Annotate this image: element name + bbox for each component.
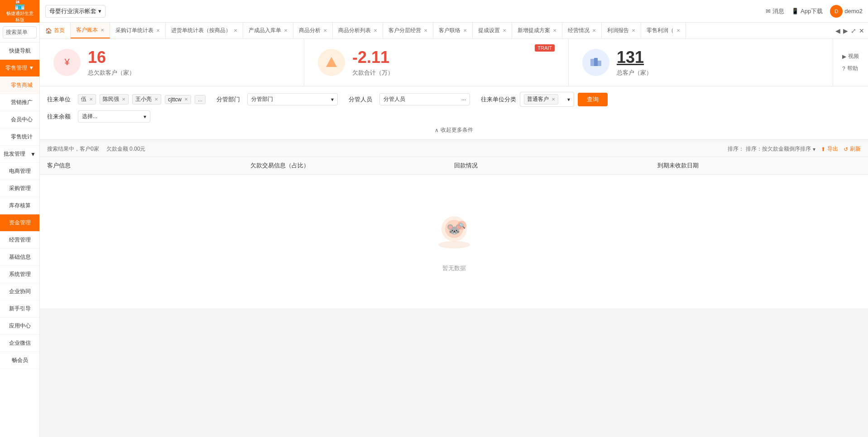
app-download-button[interactable]: 📱 App下载 [791,7,823,15]
sidebar-item-purchase[interactable]: 采购管理 [0,180,39,197]
account-arrow: ▾ [98,8,101,14]
filter-dept-select[interactable]: 分管部门 ▾ [247,93,338,105]
tag-unit-cat-remove[interactable]: ✕ [551,97,555,102]
topbar-right: ✉ 消息 📱 App下载 D demo2 [766,5,863,18]
sort-value: 排序：按欠款金额倒序排序 [746,145,811,153]
sidebar-item-retail-mgmt[interactable]: 零售管理 ▼ [0,60,39,77]
tab-customer-contact[interactable]: 客户联络 ✕ [433,23,473,38]
stat-icon-debt [318,49,345,76]
tab-new-improve[interactable]: 新增提成方案 ✕ [512,23,562,38]
tab-goods-analysis-close[interactable]: ✕ [323,28,327,33]
filter-unit-cat-select[interactable]: 普通客户 ✕ ▾ [520,92,574,107]
filter-person-select[interactable]: 分管人员 ··· [379,93,470,105]
sidebar-item-enterprise[interactable]: 企业协同 [0,283,39,300]
more-tags-btn[interactable]: ... [195,95,206,104]
tab-customer-contact-label: 客户联络 [439,27,460,34]
sort-label: 排序： [728,145,744,153]
trait-badge: TRAIT [535,44,555,52]
tab-goods-list-close[interactable]: ✕ [374,28,377,33]
col-payment: 回款情况 [454,162,657,170]
stat-label-total: 总客户（家） [617,69,652,77]
tab-retail-profit-close[interactable]: ✕ [676,28,680,33]
account-name: 母婴行业演示帐套 [49,7,96,15]
filter-dept-label: 分管部门 [216,95,244,104]
tab-accounts[interactable]: 客户账本 ✕ [71,23,110,38]
sidebar: 🏪 畅捷通好生意 标版 搜索菜单 快捷导航 零售管理 ▼ 零售商城 营销推广 会… [0,0,40,437]
sidebar-item-retail-stat[interactable]: 零售统计 [0,128,39,146]
tab-home[interactable]: 🏠 首页 [40,23,71,38]
tabs-prev-icon[interactable]: ◀ [835,27,840,34]
tag-unit-1: 陈民强 ✕ [100,94,129,104]
tab-profit[interactable]: 利润报告 ✕ [602,23,641,38]
tab-improve-settings[interactable]: 提成设置 ✕ [473,23,512,38]
tab-stock-close[interactable]: ✕ [234,28,237,33]
account-selector[interactable]: 母婴行业演示帐套 ▾ [45,5,106,18]
sidebar-item-basic-info[interactable]: 基础信息 [0,249,39,266]
message-button[interactable]: ✉ 消息 [766,7,784,15]
sidebar-item-app-center[interactable]: 应用中心 [0,318,39,335]
sidebar-item-member[interactable]: 会员中心 [0,111,39,128]
help-link[interactable]: ? 帮助 [842,65,858,72]
filter-balance-select[interactable]: 选择... ▾ [78,110,150,123]
sidebar-item-ecommerce[interactable]: 电商管理 [0,163,39,180]
collapse-icon: ∧ [435,127,439,133]
tab-stock-stat[interactable]: 进货单统计表（按商品） ✕ [166,23,243,38]
empty-state: 🐭 🔍 暂无数据 [40,175,868,309]
tag-unit-2-remove[interactable]: ✕ [154,97,158,102]
avatar: D [830,5,843,18]
sidebar-item-marketing[interactable]: 营销推广 [0,94,39,111]
app-download-label: App下载 [801,7,823,15]
tag-unit-0-remove[interactable]: ✕ [89,97,93,102]
tab-product-close[interactable]: ✕ [284,28,288,33]
tab-accounts-close[interactable]: ✕ [101,28,104,33]
tab-goods-analysis[interactable]: 商品分析 ✕ [293,23,333,38]
tab-retail-profit[interactable]: 零售利润（ ✕ [641,23,686,38]
tabs-actions: ◀ ▶ ⤢ ✕ [832,27,868,34]
main-container: 母婴行业演示帐套 ▾ ✉ 消息 📱 App下载 D demo2 🏠 首页 客户账… [40,0,868,437]
refresh-button[interactable]: ↺ 刷新 [844,145,861,153]
search-menu-button[interactable]: 搜索菜单 [3,26,37,38]
search-result-right: 排序： 排序：按欠款金额倒序排序 ▾ ⬆ 导出 ↺ 刷新 [728,145,861,153]
tab-profit-close[interactable]: ✕ [632,28,635,33]
collapse-button[interactable]: ∧ 收起更多条件 [47,126,861,134]
sort-button[interactable]: 排序： 排序：按欠款金额倒序排序 ▾ [728,145,815,153]
sidebar-item-inventory[interactable]: 库存核算 [0,197,39,214]
tab-accounts-label: 客户账本 [76,26,98,34]
sidebar-item-capital[interactable]: 资金管理 [0,214,39,232]
sidebar-item-sys-mgmt[interactable]: 系统管理 [0,266,39,283]
tab-operation-close[interactable]: ✕ [592,28,596,33]
sidebar-item-operation[interactable]: 经营管理 [0,232,39,249]
tab-operation[interactable]: 经营情况 ✕ [562,23,602,38]
sidebar-item-new-guide[interactable]: 新手引导 [0,300,39,318]
tab-new-improve-close[interactable]: ✕ [553,28,556,33]
tabs-close-all-icon[interactable]: ✕ [859,27,864,34]
col-customer-info: 客户信息 [47,162,250,170]
tab-customer-contact-close[interactable]: ✕ [463,28,467,33]
logo-subtitle: 标版 [15,17,24,23]
sidebar-item-enterprise-wechat[interactable]: 企业微信 [0,335,39,352]
svg-text:🔍: 🔍 [458,222,465,229]
video-link[interactable]: ▶ 视频 [842,52,859,60]
stat-card-debt: -2.11 欠款合计（万） TRAIT [304,39,569,86]
tab-goods-list[interactable]: 商品分析列表 ✕ [333,23,383,38]
tab-product-in[interactable]: 产成品入库单 ✕ [243,23,293,38]
tab-customer-tier[interactable]: 客户分层经营 ✕ [383,23,433,38]
sidebar-item-member-vip[interactable]: 畅会员 [0,352,39,369]
stat-text-customers: 16 总欠款客户（家） [88,48,135,77]
export-button[interactable]: ⬆ 导出 [821,145,838,153]
sidebar-item-retail-mall[interactable]: 零售商城 [0,77,39,94]
sidebar-item-quick-nav[interactable]: 快捷导航 [0,43,39,60]
tab-improve-close[interactable]: ✕ [503,28,506,33]
tab-customer-tier-close[interactable]: ✕ [424,28,427,33]
tab-goods-analysis-label: 商品分析 [299,27,321,34]
stat-text-total: 131 总客户（家） [617,48,652,77]
tab-purchase-order[interactable]: 采购订单统计表 ✕ [110,23,166,38]
sidebar-item-wholesale[interactable]: 批发管理 ▼ [0,146,39,163]
tab-purchase-close[interactable]: ✕ [156,28,160,33]
tag-unit-1-remove[interactable]: ✕ [122,97,125,102]
tag-unit-3-remove[interactable]: ✕ [184,97,188,102]
tabs-expand-icon[interactable]: ⤢ [851,27,856,34]
tabs-next-icon[interactable]: ▶ [843,27,848,34]
user-area[interactable]: D demo2 [830,5,863,18]
query-button[interactable]: 查询 [578,93,608,106]
